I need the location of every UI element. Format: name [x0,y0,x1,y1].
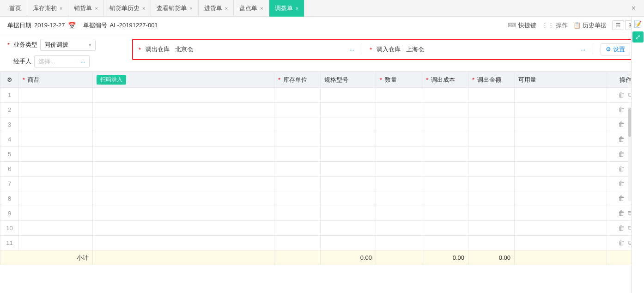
product-cell-7[interactable] [19,177,93,191]
unit-cell-10[interactable] [274,221,321,236]
note-panel-button[interactable]: 📝 [632,18,644,30]
amount-cell-3[interactable] [468,117,515,132]
scan-button[interactable]: 扫码录入 [97,75,126,85]
amount-cell-4[interactable] [468,132,515,147]
tab-sales-order[interactable]: 销货单 × [68,0,103,17]
cost-cell-2[interactable] [422,103,468,117]
product-cell-5[interactable] [19,147,93,162]
tab-home[interactable]: 首页 [4,0,27,17]
cost-cell-8[interactable] [422,191,468,206]
spec-cell-3[interactable] [321,117,376,132]
qty-cell-11[interactable] [376,236,422,250]
qty-cell-10[interactable] [376,221,422,236]
handler-select[interactable]: 选择... ··· [34,55,90,67]
warehouse-in-value[interactable]: 上海仓 [406,45,424,54]
tab-close-inventory-init[interactable]: × [60,6,62,11]
cost-cell-4[interactable] [422,132,468,147]
unit-cell-8[interactable] [274,191,321,206]
operation-button[interactable]: ⋮⋮ 操作 [542,21,568,30]
delete-icon-8[interactable]: 🗑 [618,195,625,202]
unit-cell-5[interactable] [274,147,321,162]
amount-cell-10[interactable] [468,221,515,236]
tab-close-sales-order[interactable]: × [95,6,97,11]
tab-close-stocktake[interactable]: × [260,6,263,11]
history-button[interactable]: 📋 历史单据 [573,21,607,30]
tab-close-transfer[interactable]: × [296,6,298,11]
scrollbar-track[interactable] [628,109,631,201]
unit-cell-9[interactable] [274,206,321,221]
amount-cell-9[interactable] [468,206,515,221]
unit-cell-3[interactable] [274,117,321,132]
scrollbar-thumb[interactable] [628,109,631,137]
amount-cell-5[interactable] [468,147,515,162]
cost-cell-3[interactable] [422,117,468,132]
qty-cell-4[interactable] [376,132,422,147]
settings-button[interactable]: ⚙ 设置 [601,43,630,55]
amount-cell-11[interactable] [468,236,515,250]
product-cell-4[interactable] [19,132,93,147]
unit-cell-7[interactable] [274,177,321,191]
qty-cell-5[interactable] [376,147,422,162]
spec-cell-5[interactable] [321,147,376,162]
unit-cell-1[interactable] [274,88,321,103]
tab-close-sales-history[interactable]: × [142,6,145,11]
spec-cell-9[interactable] [321,206,376,221]
spec-cell-7[interactable] [321,177,376,191]
qty-cell-2[interactable] [376,103,422,117]
spec-cell-10[interactable] [321,221,376,236]
warehouse-in-more-button[interactable]: ··· [581,46,586,53]
spec-cell-6[interactable] [321,162,376,177]
list-view-button[interactable]: ☰ [612,20,624,30]
delete-icon-10[interactable]: 🗑 [618,224,625,232]
spec-cell-1[interactable] [321,88,376,103]
delete-icon-9[interactable]: 🗑 [618,209,625,217]
window-close-button[interactable]: × [627,4,640,12]
qty-cell-8[interactable] [376,191,422,206]
business-type-select[interactable]: 同价调拨 ▾ [40,39,96,51]
product-cell-6[interactable] [19,162,93,177]
qty-cell-1[interactable] [376,88,422,103]
cost-cell-1[interactable] [422,88,468,103]
warehouse-out-more-button[interactable]: ··· [349,46,354,53]
product-cell-2[interactable] [19,103,93,117]
spec-cell-11[interactable] [321,236,376,250]
tab-close-view-sales[interactable]: × [189,6,192,11]
spec-cell-4[interactable] [321,132,376,147]
calendar-icon[interactable]: 📅 [68,22,76,29]
qty-cell-9[interactable] [376,206,422,221]
qty-cell-7[interactable] [376,177,422,191]
delete-icon-6[interactable]: 🗑 [618,165,625,172]
tab-stocktake[interactable]: 盘点单 × [234,0,269,17]
cost-cell-11[interactable] [422,236,468,250]
delete-icon-2[interactable]: 🗑 [618,106,625,113]
cost-cell-10[interactable] [422,221,468,236]
delete-icon-1[interactable]: 🗑 [618,91,625,98]
unit-cell-11[interactable] [274,236,321,250]
cost-cell-9[interactable] [422,206,468,221]
product-cell-11[interactable] [19,236,93,250]
shortcut-button[interactable]: ⌨ 快捷键 [508,21,536,30]
amount-cell-8[interactable] [468,191,515,206]
product-cell-3[interactable] [19,117,93,132]
amount-cell-1[interactable] [468,88,515,103]
product-cell-10[interactable] [19,221,93,236]
delete-icon-3[interactable]: 🗑 [618,121,625,128]
tab-transfer[interactable]: 调拨单 × [269,0,304,17]
date-value[interactable]: 2019-12-27 [34,22,65,29]
delete-icon-5[interactable]: 🗑 [618,150,625,158]
cost-cell-5[interactable] [422,147,468,162]
delete-icon-11[interactable]: 🗑 [618,239,625,246]
product-cell-9[interactable] [19,206,93,221]
delete-icon-4[interactable]: 🗑 [618,135,625,143]
tab-sales-history[interactable]: 销货单历史 × [104,0,151,17]
product-cell-1[interactable] [19,88,93,103]
product-cell-8[interactable] [19,191,93,206]
qty-cell-3[interactable] [376,117,422,132]
handler-more-button[interactable]: ··· [80,58,85,65]
tab-close-purchase[interactable]: × [225,6,228,11]
cost-cell-6[interactable] [422,162,468,177]
tab-purchase[interactable]: 进货单 × [199,0,234,17]
unit-cell-4[interactable] [274,132,321,147]
amount-cell-7[interactable] [468,177,515,191]
tab-inventory-init[interactable]: 库存期初 × [27,0,68,17]
